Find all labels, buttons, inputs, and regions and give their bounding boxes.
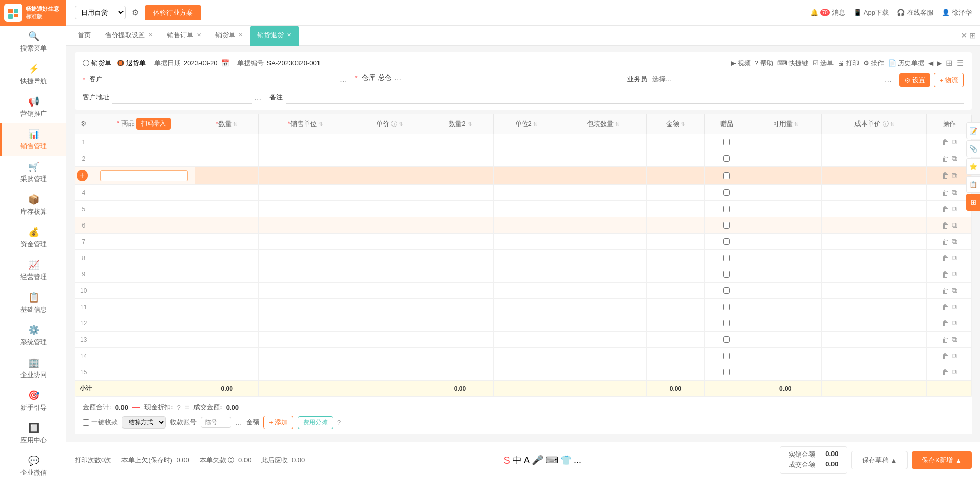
sales-unit-cell[interactable] (258, 364, 352, 381)
pack-qty-cell[interactable] (559, 332, 646, 348)
qty2-cell[interactable] (427, 201, 493, 217)
pack-qty-cell[interactable] (559, 348, 646, 364)
available-cell[interactable] (749, 250, 822, 266)
cost-price-cell[interactable] (822, 201, 927, 217)
qty2-cell[interactable] (427, 332, 493, 348)
gift-checkbox-active[interactable] (723, 172, 730, 179)
notification-btn[interactable]: 🔔 70 消息 (810, 8, 845, 17)
amount-cell[interactable] (647, 283, 704, 299)
amount-cell[interactable] (647, 234, 704, 250)
copy-row-btn[interactable]: ⧉ (952, 335, 957, 344)
amount-cell[interactable] (647, 150, 704, 167)
amount-cell[interactable] (647, 185, 704, 201)
one-click-payment-checkbox[interactable]: 一键收款 (83, 418, 118, 427)
sort-icon[interactable]: ⇅ (399, 121, 403, 127)
pack-qty-cell[interactable] (559, 283, 646, 299)
unit2-cell[interactable] (493, 348, 559, 364)
radio-sale-input[interactable] (83, 60, 89, 66)
product-cell[interactable] (93, 332, 195, 348)
delete-row-btn[interactable]: 🗑 (942, 205, 949, 213)
available-cell[interactable] (749, 266, 822, 283)
sidebar-item-newbie[interactable]: 🎯 新手引导 (0, 385, 66, 417)
sort-icon[interactable]: ⇅ (468, 121, 472, 127)
available-cell[interactable] (749, 185, 822, 201)
amount-cell[interactable] (647, 201, 704, 217)
qty2-cell[interactable] (427, 364, 493, 381)
cost-price-cell[interactable] (822, 250, 927, 266)
qty2-cell[interactable] (427, 217, 493, 234)
qty2-cell[interactable] (427, 315, 493, 332)
address-picker-btn[interactable]: ... (255, 93, 261, 102)
sales-unit-cell[interactable] (258, 234, 352, 250)
qty-cell[interactable] (195, 185, 258, 201)
video-btn[interactable]: ▶ 视频 (731, 59, 751, 68)
one-click-payment-input[interactable] (83, 419, 89, 426)
user-avatar-btn[interactable]: 👤 徐泽华 (942, 8, 972, 17)
sales-unit-cell[interactable] (258, 315, 352, 332)
cost-price-cell[interactable] (822, 185, 927, 201)
gift-cell[interactable] (704, 250, 749, 266)
qty-cell-active[interactable] (195, 167, 258, 185)
gift-checkbox[interactable] (723, 206, 730, 212)
product-cell[interactable] (93, 185, 195, 201)
add-row-btn[interactable]: + (77, 170, 88, 181)
radio-return[interactable]: 退货单 (117, 59, 146, 68)
sidebar-item-search[interactable]: 🔍 搜索菜单 (0, 26, 66, 58)
gift-cell[interactable] (704, 266, 749, 283)
copy-row-btn[interactable]: ⧉ (952, 171, 957, 180)
copy-row-btn[interactable]: ⧉ (952, 154, 957, 163)
account-input[interactable] (201, 417, 231, 428)
qty2-cell[interactable] (427, 348, 493, 364)
available-cell[interactable] (749, 364, 822, 381)
unit-price-cell[interactable] (352, 364, 427, 381)
cost-price-cell[interactable] (822, 299, 927, 315)
unit2-cell[interactable] (493, 234, 559, 250)
sales-unit-cell[interactable] (258, 332, 352, 348)
copy-row-btn[interactable]: ⧉ (952, 237, 957, 246)
unit-price-cell[interactable] (352, 185, 427, 201)
delete-row-btn[interactable]: 🗑 (942, 221, 949, 230)
delete-row-btn[interactable]: 🗑 (942, 319, 949, 328)
available-cell[interactable] (749, 315, 822, 332)
sales-unit-cell[interactable] (258, 348, 352, 364)
pack-qty-cell[interactable] (559, 201, 646, 217)
available-cell[interactable] (749, 234, 822, 250)
account-picker-btn[interactable]: ... (235, 418, 242, 427)
sidebar-item-basic[interactable]: 📋 基础信息 (0, 287, 66, 319)
cost-price-cell[interactable] (822, 234, 927, 250)
amount-cell[interactable] (647, 315, 704, 332)
available-cell-active[interactable] (749, 167, 822, 185)
gift-checkbox[interactable] (723, 255, 730, 261)
radio-sale[interactable]: 销货单 (83, 59, 111, 68)
qty-cell[interactable] (195, 150, 258, 167)
gift-checkbox[interactable] (723, 287, 730, 294)
cost-info-icon[interactable]: ⓘ (883, 120, 889, 128)
note-input[interactable] (286, 91, 964, 104)
gear-icon[interactable]: ⚙ (81, 120, 87, 128)
copy-row-btn[interactable]: ⧉ (952, 351, 957, 360)
unit-price-cell[interactable] (352, 348, 427, 364)
amount-cell[interactable] (647, 266, 704, 283)
amount-cell[interactable] (647, 364, 704, 381)
cost-price-cell[interactable] (822, 150, 927, 167)
qty-cell[interactable] (195, 315, 258, 332)
unit2-cell[interactable] (493, 217, 559, 234)
product-cell[interactable] (93, 201, 195, 217)
delete-row-btn[interactable]: 🗑 (942, 138, 949, 146)
sales-unit-cell[interactable] (258, 266, 352, 283)
product-cell[interactable] (93, 150, 195, 167)
float-star-btn[interactable]: ⭐ (966, 158, 980, 175)
pack-qty-cell[interactable] (559, 364, 646, 381)
float-copy-btn[interactable]: 📋 (966, 176, 980, 193)
experience-btn[interactable]: 体验行业方案 (145, 5, 201, 20)
gift-cell[interactable] (704, 217, 749, 234)
settlement-select[interactable]: 结算方式 (122, 416, 166, 429)
available-cell[interactable] (749, 348, 822, 364)
prev-btn[interactable]: ◀ (928, 60, 933, 67)
sales-unit-cell[interactable] (258, 299, 352, 315)
gift-checkbox[interactable] (723, 304, 730, 310)
add-row-cell[interactable]: + (75, 167, 93, 185)
tab-expand-btn[interactable]: ⊞ (969, 31, 976, 40)
product-cell[interactable] (93, 283, 195, 299)
product-input-cell[interactable] (93, 167, 195, 185)
